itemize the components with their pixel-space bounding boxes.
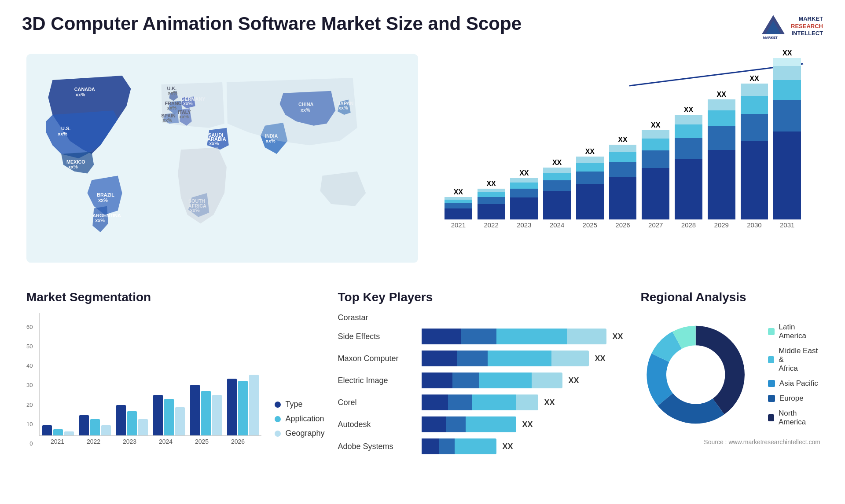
- top-row: CANADA xx% U.S. xx% MEXICO xx% BRAZIL xx…: [22, 48, 823, 277]
- player-name: Electric Image: [338, 376, 417, 385]
- logo: MARKET MARKET RESEARCH INTELLECT: [760, 13, 823, 40]
- reg-legend-europe: Europe: [768, 394, 820, 403]
- legend-dot-geo: [275, 431, 281, 437]
- legend-type: Type: [275, 400, 324, 409]
- players-chart: Corastar Side Effects XX: [338, 313, 623, 454]
- player-bar: [422, 438, 496, 454]
- regional-title: Regional Analysis: [641, 290, 820, 304]
- legend-dot-type: [275, 402, 281, 408]
- player-bar: [422, 416, 516, 432]
- reg-label-europe: Europe: [779, 394, 804, 403]
- svg-text:xx%: xx%: [95, 218, 105, 223]
- svg-text:CANADA: CANADA: [74, 87, 95, 92]
- map-section: CANADA xx% U.S. xx% MEXICO xx% BRAZIL xx…: [22, 48, 422, 277]
- map-container: CANADA xx% U.S. xx% MEXICO xx% BRAZIL xx…: [26, 53, 418, 264]
- player-name: Adobe Systems: [338, 442, 417, 451]
- player-bar-container: XX: [422, 351, 623, 366]
- reg-label-na: North America: [779, 409, 820, 427]
- player-row: Adobe Systems XX: [338, 438, 623, 454]
- player-row: Corel XX: [338, 394, 623, 410]
- reg-legend-na: North America: [768, 409, 820, 427]
- reg-dot-europe: [768, 395, 775, 402]
- player-name: Maxon Computer: [338, 354, 417, 363]
- player-bar-value: XX: [569, 376, 579, 385]
- donut-chart: [641, 313, 750, 436]
- player-bar: [422, 329, 606, 344]
- player-bar-container: XX: [422, 394, 623, 410]
- players-title: Top Key Players: [338, 290, 623, 304]
- player-bar-value: XX: [613, 332, 623, 341]
- world-map: CANADA xx% U.S. xx% MEXICO xx% BRAZIL xx…: [26, 53, 418, 264]
- player-bar-value: XX: [544, 398, 555, 407]
- svg-text:MARKET: MARKET: [763, 36, 778, 40]
- legend-geo: Geography: [275, 429, 324, 438]
- players-section: Top Key Players Corastar Side Effects: [329, 281, 632, 469]
- player-row: Autodesk XX: [338, 416, 623, 432]
- player-bar: [422, 351, 589, 366]
- player-bar: [422, 394, 538, 410]
- player-name: Corel: [338, 398, 417, 407]
- player-row: Maxon Computer XX: [338, 351, 623, 366]
- reg-label-latin: Latin America: [779, 323, 820, 340]
- bar-value-2021: XX: [454, 188, 463, 196]
- donut-area: Latin America Middle East &Africa Asia P…: [641, 313, 820, 436]
- reg-label-mea: Middle East &Africa: [779, 347, 820, 373]
- regional-section: Regional Analysis: [632, 281, 829, 469]
- logo-text: MARKET RESEARCH INTELLECT: [791, 15, 823, 38]
- svg-text:xx%: xx%: [68, 164, 78, 169]
- bar-chart-section: XX 2021 XX: [422, 48, 823, 277]
- reg-dot-mea: [768, 356, 774, 363]
- reg-label-apac: Asia Pacific: [779, 379, 818, 388]
- svg-text:U.S.: U.S.: [61, 126, 70, 131]
- svg-text:xx%: xx%: [76, 92, 85, 97]
- reg-legend-mea: Middle East &Africa: [768, 347, 820, 373]
- svg-text:xx%: xx%: [58, 131, 67, 136]
- seg-bars: [39, 313, 261, 436]
- player-name: Autodesk: [338, 420, 417, 429]
- svg-text:BRAZIL: BRAZIL: [97, 192, 114, 197]
- bar-chart-bars: XX 2021 XX: [445, 62, 801, 229]
- source-text: Source : www.marketresearchintellect.com: [641, 438, 820, 446]
- player-row: Side Effects XX: [338, 329, 623, 344]
- header: 3D Computer Animation Software Market Si…: [22, 13, 823, 40]
- player-row: Electric Image XX: [338, 373, 623, 388]
- segmentation-title: Market Segmentation: [26, 290, 325, 304]
- legend-app: Application: [275, 414, 324, 424]
- reg-legend-apac: Asia Pacific: [768, 379, 820, 388]
- page: 3D Computer Animation Software Market Si…: [0, 0, 845, 504]
- player-bar-container: XX: [422, 373, 623, 388]
- legend-dot-app: [275, 416, 281, 422]
- player-bar-value: XX: [503, 442, 513, 451]
- svg-text:xx%: xx%: [209, 141, 219, 146]
- page-title: 3D Computer Animation Software Market Si…: [22, 13, 522, 34]
- player-row: Corastar: [338, 313, 623, 322]
- player-bar-value: XX: [522, 420, 533, 429]
- logo-icon: MARKET: [760, 13, 786, 40]
- player-bar-container: XX: [422, 329, 623, 344]
- player-bar-value: XX: [595, 354, 606, 363]
- segmentation-section: Market Segmentation 60 50 40 30 20 10 0: [22, 281, 329, 469]
- reg-legend-latin-america: Latin America: [768, 323, 820, 340]
- svg-text:xx%: xx%: [98, 197, 108, 203]
- player-bar-container: XX: [422, 438, 623, 454]
- player-bar: [422, 373, 562, 388]
- player-bar-container: XX: [422, 416, 623, 432]
- reg-dot-latin: [768, 328, 775, 335]
- seg-legend: Type Application Geography: [275, 400, 324, 438]
- reg-dot-na: [768, 414, 774, 421]
- regional-legend: Latin America Middle East &Africa Asia P…: [768, 323, 820, 427]
- player-name: Side Effects: [338, 332, 417, 341]
- bottom-row: Market Segmentation 60 50 40 30 20 10 0: [22, 281, 823, 469]
- reg-dot-apac: [768, 380, 775, 387]
- svg-point-43: [668, 347, 723, 402]
- player-name: Corastar: [338, 313, 417, 322]
